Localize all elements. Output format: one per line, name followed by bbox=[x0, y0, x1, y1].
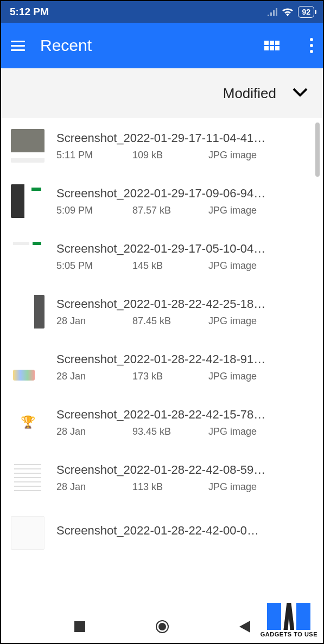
file-date: 28 Jan bbox=[56, 481, 132, 493]
svg-point-2 bbox=[158, 623, 166, 630]
scrollbar[interactable] bbox=[315, 123, 320, 177]
file-meta: Screenshot_2022-01-28-22-42-18-91… 28 Ja… bbox=[56, 352, 313, 382]
file-type: JPG image bbox=[208, 371, 313, 382]
thumbnail bbox=[11, 129, 45, 163]
watermark-text: GADGETS TO USE bbox=[261, 631, 317, 637]
menu-icon[interactable] bbox=[11, 41, 25, 51]
status-bar: 5:12 PM 92 bbox=[1, 1, 323, 23]
watermark: GADGETS TO USE bbox=[261, 603, 317, 637]
file-name: Screenshot_2022-01-28-22-42-15-78… bbox=[56, 408, 313, 422]
list-item[interactable]: Screenshot_2022-01-29-17-05-10-04… 5:05 … bbox=[1, 229, 323, 284]
file-meta: Screenshot_2022-01-28-22-42-00-0… bbox=[56, 524, 313, 542]
list-item[interactable]: Screenshot_2022-01-28-22-42-25-18… 28 Ja… bbox=[1, 284, 323, 339]
file-date: 5:05 PM bbox=[56, 260, 132, 272]
file-type: JPG image bbox=[208, 426, 313, 437]
file-name: Screenshot_2022-01-29-17-05-10-04… bbox=[56, 242, 313, 256]
list-item[interactable]: Screenshot_2022-01-29-17-09-06-94… 5:09 … bbox=[1, 173, 323, 229]
file-size: 145 kB bbox=[132, 260, 208, 272]
watermark-logo bbox=[267, 603, 310, 630]
thumbnail bbox=[11, 184, 45, 218]
svg-rect-0 bbox=[74, 621, 85, 632]
thumbnail bbox=[11, 461, 45, 494]
file-list: Screenshot_2022-01-29-17-11-04-41… 5:11 … bbox=[1, 118, 323, 615]
file-size: 109 kB bbox=[132, 150, 208, 161]
back-icon[interactable] bbox=[239, 621, 250, 635]
thumbnail: 🏆 bbox=[11, 405, 45, 439]
file-name: Screenshot_2022-01-29-17-09-06-94… bbox=[56, 186, 313, 201]
file-date: 5:11 PM bbox=[56, 150, 132, 161]
file-size: 93.45 kB bbox=[132, 426, 208, 437]
file-name: Screenshot_2022-01-28-22-42-08-59… bbox=[56, 463, 313, 477]
thumbnail bbox=[11, 240, 45, 273]
list-item[interactable]: 🏆 Screenshot_2022-01-28-22-42-15-78… 28 … bbox=[1, 395, 323, 450]
grid-view-icon[interactable] bbox=[264, 41, 279, 50]
file-size: 87.45 kB bbox=[132, 315, 208, 327]
recents-icon[interactable] bbox=[74, 621, 85, 634]
file-name: Screenshot_2022-01-28-22-42-25-18… bbox=[56, 297, 313, 311]
app-bar: Recent bbox=[1, 23, 323, 68]
file-date: 28 Jan bbox=[56, 426, 132, 437]
file-meta: Screenshot_2022-01-28-22-42-15-78… 28 Ja… bbox=[56, 408, 313, 437]
list-item[interactable]: Screenshot_2022-01-28-22-42-00-0… bbox=[1, 505, 323, 561]
battery-indicator: 92 bbox=[298, 6, 314, 18]
file-size: 173 kB bbox=[132, 371, 208, 382]
file-name: Screenshot_2022-01-28-22-42-18-91… bbox=[56, 352, 313, 366]
sort-label: Modified bbox=[223, 85, 276, 102]
list-item[interactable]: Screenshot_2022-01-28-22-42-18-91… 28 Ja… bbox=[1, 339, 323, 395]
sort-bar[interactable]: Modified bbox=[1, 68, 323, 118]
file-type: JPG image bbox=[208, 315, 313, 327]
file-size: 113 kB bbox=[132, 481, 208, 493]
file-size: 87.57 kB bbox=[132, 205, 208, 216]
file-type: JPG image bbox=[208, 205, 313, 216]
page-title: Recent bbox=[40, 36, 249, 55]
status-icons: 92 bbox=[268, 6, 314, 18]
file-date: 5:09 PM bbox=[56, 205, 132, 216]
thumbnail bbox=[11, 350, 45, 384]
more-options-icon[interactable] bbox=[310, 38, 313, 53]
status-time: 5:12 PM bbox=[10, 6, 49, 18]
chevron-down-icon[interactable] bbox=[293, 88, 308, 99]
file-type: JPG image bbox=[208, 150, 313, 161]
home-icon[interactable] bbox=[155, 620, 169, 636]
file-meta: Screenshot_2022-01-29-17-11-04-41… 5:11 … bbox=[56, 131, 313, 161]
file-meta: Screenshot_2022-01-29-17-05-10-04… 5:05 … bbox=[56, 242, 313, 272]
thumbnail bbox=[11, 295, 45, 329]
file-type: JPG image bbox=[208, 481, 313, 493]
file-meta: Screenshot_2022-01-28-22-42-25-18… 28 Ja… bbox=[56, 297, 313, 327]
file-meta: Screenshot_2022-01-28-22-42-08-59… 28 Ja… bbox=[56, 463, 313, 493]
file-name: Screenshot_2022-01-29-17-11-04-41… bbox=[56, 131, 313, 145]
file-name: Screenshot_2022-01-28-22-42-00-0… bbox=[56, 524, 313, 538]
file-meta: Screenshot_2022-01-29-17-09-06-94… 5:09 … bbox=[56, 186, 313, 216]
file-type: JPG image bbox=[208, 260, 313, 272]
file-date: 28 Jan bbox=[56, 315, 132, 327]
list-item[interactable]: Screenshot_2022-01-29-17-11-04-41… 5:11 … bbox=[1, 118, 323, 173]
list-item[interactable]: Screenshot_2022-01-28-22-42-08-59… 28 Ja… bbox=[1, 450, 323, 505]
signal-icon bbox=[268, 8, 277, 16]
thumbnail bbox=[11, 516, 45, 550]
wifi-icon bbox=[282, 8, 294, 16]
file-date: 28 Jan bbox=[56, 371, 132, 382]
